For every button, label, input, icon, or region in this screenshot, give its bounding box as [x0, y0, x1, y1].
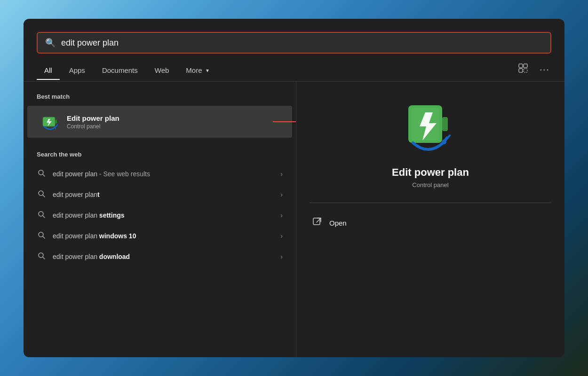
- search-web-icon-2: [37, 190, 46, 199]
- svg-line-7: [56, 125, 57, 126]
- web-result-text-3: edit power plan settings: [53, 212, 274, 219]
- tab-documents[interactable]: Documents: [95, 63, 145, 80]
- web-result-text-1: edit power plan - See web results: [53, 170, 274, 178]
- web-result-text-2: edit power plant: [53, 191, 274, 198]
- search-bar-container: 🔍: [24, 19, 564, 54]
- search-bar[interactable]: 🔍: [37, 32, 551, 54]
- svg-line-17: [43, 257, 45, 259]
- best-match-subtitle: Control panel: [67, 123, 279, 130]
- tab-more[interactable]: More ▾: [178, 63, 216, 80]
- search-web-icon-4: [37, 231, 46, 241]
- web-search-label: Search the web: [24, 151, 296, 164]
- best-match-icon: [40, 112, 59, 131]
- search-icon: 🔍: [45, 38, 56, 48]
- svg-line-15: [43, 236, 45, 238]
- svg-line-11: [43, 195, 45, 197]
- svg-rect-5: [55, 120, 57, 124]
- search-panel: 🔍 All Apps Documents Web More ▾: [24, 19, 564, 357]
- chevron-right-icon-1: ›: [280, 170, 283, 178]
- web-result-item[interactable]: edit power plant ›: [24, 184, 296, 205]
- chevron-right-icon-5: ›: [280, 253, 283, 260]
- more-options-icon[interactable]: ···: [538, 62, 551, 78]
- person-icon[interactable]: [516, 61, 530, 78]
- web-result-item[interactable]: edit power plan download ›: [24, 246, 296, 267]
- search-web-icon: [37, 169, 46, 179]
- left-panel: Best match: [24, 82, 296, 357]
- open-label: Open: [329, 219, 347, 227]
- tab-all[interactable]: All: [37, 63, 60, 80]
- search-web-icon-5: [37, 252, 46, 261]
- right-panel-title: Edit power plan: [310, 166, 551, 179]
- chevron-right-icon-2: ›: [280, 191, 283, 198]
- tabs-container: All Apps Documents Web More ▾: [24, 54, 564, 82]
- search-input[interactable]: [61, 38, 543, 48]
- open-icon: [311, 217, 323, 229]
- tab-apps[interactable]: Apps: [62, 63, 93, 80]
- tabs-left: All Apps Documents Web More ▾: [37, 63, 216, 80]
- right-panel-icon-area: [310, 101, 551, 157]
- svg-line-9: [43, 174, 45, 176]
- chevron-down-icon: ▾: [206, 67, 209, 74]
- svg-rect-1: [524, 64, 527, 68]
- svg-rect-24: [313, 218, 320, 225]
- web-section: Search the web edit power plan - See web…: [24, 140, 296, 267]
- svg-rect-2: [519, 69, 523, 72]
- best-match-text: Edit power plan Control panel: [67, 114, 279, 130]
- web-result-item[interactable]: edit power plan windows 10 ›: [24, 226, 296, 246]
- search-web-icon-3: [37, 211, 46, 220]
- web-result-item[interactable]: edit power plan - See web results ›: [24, 164, 296, 184]
- svg-rect-19: [442, 117, 448, 131]
- svg-rect-3: [524, 69, 527, 72]
- right-panel-subtitle: Control panel: [310, 181, 551, 188]
- open-action[interactable]: Open: [310, 212, 551, 234]
- right-panel-divider: [310, 203, 551, 203]
- best-match-title: Edit power plan: [67, 114, 279, 122]
- right-panel: Edit power plan Control panel Open: [296, 82, 564, 357]
- web-result-text-5: edit power plan download: [53, 253, 274, 260]
- chevron-right-icon-4: ›: [280, 232, 283, 240]
- svg-line-13: [43, 216, 45, 218]
- web-result-item[interactable]: edit power plan settings ›: [24, 205, 296, 226]
- web-result-text-4: edit power plan windows 10: [53, 232, 274, 240]
- best-match-item[interactable]: Edit power plan Control panel: [27, 106, 292, 138]
- svg-rect-0: [519, 64, 523, 68]
- main-content: Best match: [24, 82, 564, 357]
- chevron-right-icon-3: ›: [280, 212, 283, 219]
- tabs-right: ···: [516, 61, 551, 81]
- best-match-label: Best match: [24, 93, 296, 106]
- tab-web[interactable]: Web: [147, 63, 177, 80]
